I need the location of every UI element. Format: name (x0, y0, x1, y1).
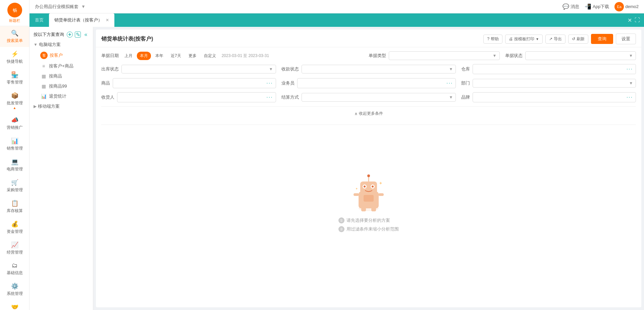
payment-method-select[interactable]: ▼ (302, 93, 456, 102)
sidebar-item-finance[interactable]: 💰 资金管理 (0, 217, 29, 238)
logo-text: 标题栏 (9, 18, 20, 23)
warehouse-dots[interactable]: ··· (627, 66, 633, 72)
receiver-select[interactable]: ··· (117, 92, 276, 102)
department-select[interactable]: ▼ (473, 79, 636, 88)
salesperson-select[interactable]: ··· (297, 78, 456, 88)
brand-select[interactable]: ··· (473, 92, 636, 102)
add-scheme-button[interactable]: + (67, 32, 73, 38)
username: demo2 (625, 4, 639, 9)
tab-sales-stat[interactable]: 销货单统计表（按客户） ✕ (49, 13, 114, 27)
date-btn-this-year[interactable]: 本年 (152, 52, 166, 60)
collapse-button[interactable]: ∧ 收起更多条件 (352, 108, 386, 119)
order-status-select[interactable]: ▼ (525, 51, 636, 60)
app-download-icon: 📲 (585, 3, 591, 10)
filter-product: 商品 ··· (101, 78, 276, 88)
salesperson-dots[interactable]: ··· (446, 80, 453, 86)
scheme-refund-stat[interactable]: 📊 退货统计 (36, 91, 93, 101)
product-label: 商品 (101, 80, 110, 86)
content-area: 按以下方案查询 + ✎ « ▼ 电脑端方案 客 按客户 ≡ (30, 27, 644, 310)
left-panel-header: 按以下方案查询 + ✎ « (30, 30, 93, 40)
date-btn-more[interactable]: 更多 (185, 52, 200, 60)
message-label: 消息 (571, 4, 579, 10)
sidebar-item-operations[interactable]: 📈 经营管理 (0, 238, 29, 259)
logo-area: 畅 标题栏 (0, 0, 29, 26)
sidebar: 畅 标题栏 🔍 搜索菜单 ⚡ 快捷导航 🏪 零售管理 📦 批发管理 ▲ 📣 营销… (0, 0, 30, 310)
sidebar-item-label-inventory: 库存核算 (7, 208, 23, 214)
filter-order-type: 单据类型 ▼ (369, 51, 500, 60)
left-panel-title: 按以下方案查询 (34, 32, 64, 38)
wholesale-icon: 📦 (11, 92, 18, 99)
receipt-status-label: 收款状态 (281, 66, 299, 72)
refresh-button[interactable]: ↺ 刷新 (568, 35, 588, 44)
print-button[interactable]: 🖨 按模板打印 ▼ (505, 35, 543, 44)
svg-point-7 (364, 186, 366, 188)
table-icon-1: ▦ (40, 73, 47, 79)
finance-icon: 💰 (11, 220, 18, 228)
product-select[interactable]: ··· (113, 78, 276, 88)
edit-scheme-button[interactable]: ✎ (75, 32, 81, 38)
sidebar-item-ecommerce[interactable]: 💻 电商管理 (0, 155, 29, 175)
svg-point-10 (367, 174, 370, 177)
query-button[interactable]: 查询 (591, 34, 613, 44)
tree-section-desktop[interactable]: ▼ 电脑端方案 (30, 40, 93, 50)
sidebar-item-base[interactable]: 🗂 基础信息 (0, 259, 29, 279)
tabbar: 首页 销货单统计表（按客户） ✕ ✕ ⛶ (30, 13, 644, 27)
collapse-panel-button[interactable]: « (83, 32, 89, 38)
sidebar-item-retail[interactable]: 🏪 零售管理 (0, 68, 29, 89)
date-btn-this-month[interactable]: 本月 (137, 52, 151, 60)
product-dots[interactable]: ··· (266, 80, 273, 86)
date-btn-last-month[interactable]: 上月 (121, 52, 136, 60)
tab-home[interactable]: 首页 (30, 13, 49, 27)
message-button[interactable]: 💬 消息 (562, 3, 579, 10)
filter-date: 单据日期 上月 本月 本年 近7天 更多 自定义 2023-03-01 至 20… (101, 52, 363, 60)
out-status-chevron: ▼ (269, 67, 273, 71)
warehouse-select[interactable]: ··· (473, 64, 636, 74)
date-btn-custom[interactable]: 自定义 (201, 52, 219, 60)
receiver-dots[interactable]: ··· (266, 94, 273, 100)
app-download-button[interactable]: 📲 App下载 (585, 3, 609, 10)
tab-maximize-button[interactable]: ⛶ (635, 17, 640, 23)
filter-department: 部门 ▼ (461, 79, 636, 88)
dropdown-arrow[interactable]: ▼ (81, 4, 86, 9)
active-scheme-dot: 客 (40, 52, 48, 59)
filter-out-status: 出库状态 ▼ (101, 65, 276, 73)
brand-dots[interactable]: ··· (627, 94, 633, 100)
topbar-right: 💬 消息 📲 App下载 Ea demo2 (562, 2, 639, 11)
scheme-by-customer-product[interactable]: ≡ 按客户+商品 (36, 61, 93, 71)
sidebar-item-label-operations: 经营管理 (7, 250, 23, 255)
receipt-status-select[interactable]: ▼ (302, 65, 456, 73)
filter-receipt-status: 收款状态 ▼ (281, 65, 456, 73)
settings-button[interactable]: 设置 (616, 34, 636, 44)
sidebar-item-purchase[interactable]: 🛒 采购管理 (0, 175, 29, 196)
ecommerce-icon: 💻 (11, 158, 18, 165)
help-button[interactable]: ? 帮助 (483, 35, 502, 44)
sidebar-item-wholesale[interactable]: 📦 批发管理 ▲ (0, 89, 29, 113)
sidebar-item-label-purchase: 采购管理 (7, 187, 23, 193)
scheme-by-product-99[interactable]: ▦ 按商品99 (36, 81, 93, 91)
sidebar-item-system[interactable]: ⚙️ 系统管理 (0, 279, 29, 300)
sidebar-item-quick-nav[interactable]: ⚡ 快捷导航 (0, 47, 29, 68)
scheme-by-product[interactable]: ▦ 按商品 (36, 71, 93, 81)
sidebar-item-label-wholesale: 批发管理 (7, 100, 23, 106)
sidebar-item-search[interactable]: 🔍 搜索菜单 (0, 26, 29, 47)
user-area[interactable]: Ea demo2 (614, 2, 639, 11)
operations-icon: 📈 (11, 241, 18, 249)
tab-close-icon[interactable]: ✕ (106, 18, 109, 22)
export-button[interactable]: ↗ 导出 (545, 35, 566, 44)
tab-close-button[interactable]: ✕ (628, 17, 632, 23)
collapse-row: ∧ 收起更多条件 (101, 106, 636, 120)
page-actions: ? 帮助 🖨 按模板打印 ▼ ↗ 导出 ↺ 刷新 (483, 34, 636, 44)
sidebar-item-sales[interactable]: 📊 销售管理 (0, 134, 29, 155)
receiver-label: 收货人 (101, 94, 114, 100)
help-icon: ? (487, 37, 489, 41)
order-type-select[interactable]: ▼ (389, 51, 500, 60)
sidebar-item-marketing[interactable]: 📣 营销推广 (0, 113, 29, 134)
tree-section-mobile[interactable]: ▶ 移动端方案 (30, 101, 93, 111)
out-status-select[interactable]: ▼ (121, 65, 276, 73)
scheme-by-customer[interactable]: 客 按客户 (36, 50, 93, 61)
base-icon: 🗂 (12, 262, 18, 269)
sidebar-item-enterprise[interactable]: 🤝 企业协同 (0, 300, 29, 310)
date-btn-7days[interactable]: 近7天 (168, 52, 184, 60)
hint-text-1: 请先选择要分析的方案 (346, 217, 390, 223)
sidebar-item-inventory[interactable]: 📋 库存核算 (0, 196, 29, 217)
